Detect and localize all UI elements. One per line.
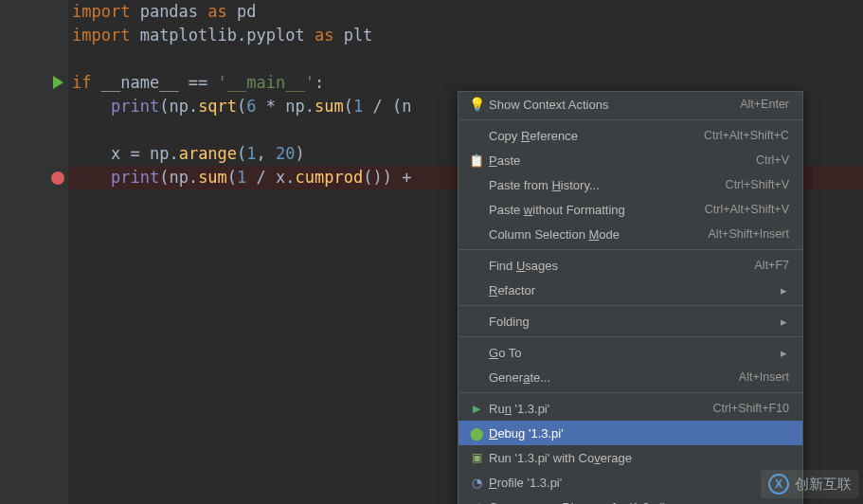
menu-item-label: Go To	[487, 346, 781, 360]
menu-separator	[458, 336, 802, 337]
menu-item-label: Generate...	[487, 370, 739, 385]
menu-item-label: Profile '1.3.pi'	[487, 476, 789, 490]
gutter-line	[0, 118, 34, 142]
menu-separator	[458, 392, 802, 393]
watermark-badge-icon: X	[768, 474, 789, 495]
gutter-line	[0, 47, 34, 71]
menu-item-shortcut: Ctrl+Alt+Shift+C	[704, 129, 789, 142]
menu-item[interactable]: 💡Show Context ActionsAlt+Enter	[458, 92, 802, 117]
menu-item[interactable]: ▶Run '1.3.pi'Ctrl+Shift+F10	[458, 396, 802, 421]
menu-item-label: Folding	[487, 315, 781, 329]
menu-item[interactable]: ◔Profile '1.3.pi'	[458, 470, 802, 495]
profile-icon: ◔	[472, 476, 482, 490]
menu-item[interactable]: Find UsagesAlt+F7	[458, 253, 802, 278]
code-line[interactable]: import matplotlib.pyplot as plt	[68, 24, 863, 47]
menu-item[interactable]: Go To▸	[458, 340, 802, 365]
menu-item-shortcut: Ctrl+Shift+V	[726, 178, 789, 191]
menu-item-label: Show Context Actions	[487, 98, 740, 112]
submenu-arrow-icon: ▸	[781, 283, 789, 297]
gutter-line	[0, 71, 34, 95]
run-icon: ▶	[473, 403, 480, 415]
menu-separator	[458, 305, 802, 306]
submenu-arrow-icon: ▸	[781, 315, 789, 329]
menu-item-label: Paste without Formatting	[487, 203, 705, 217]
menu-item[interactable]: Paste without FormattingCtrl+Alt+Shift+V	[458, 197, 802, 222]
menu-item-label: Concurrency Diagram for '1.3.pi'	[487, 500, 789, 505]
menu-item-label: Refactor	[487, 283, 781, 297]
menu-separator	[458, 249, 802, 250]
menu-item-label: Paste from History...	[487, 178, 726, 192]
menu-item-label: Run '1.3.pi'	[487, 402, 712, 416]
menu-item-shortcut: Alt+Shift+Insert	[709, 227, 789, 241]
menu-item-shortcut: Ctrl+V	[756, 153, 789, 167]
menu-item-label: Run '1.3.pi' with Coverage	[487, 451, 789, 465]
menu-separator	[458, 119, 802, 120]
watermark-text: 创新互联	[795, 476, 852, 494]
gutter-line	[0, 166, 34, 189]
menu-item[interactable]: 📋PasteCtrl+V	[458, 148, 802, 172]
bug-icon: ⬤	[470, 426, 484, 441]
breakpoint-icon[interactable]	[49, 170, 66, 187]
watermark: X 创新互联	[761, 470, 859, 498]
menu-item[interactable]: ⬤Debug '1.3.pi'	[458, 421, 802, 445]
menu-item-label: Paste	[487, 153, 756, 168]
marker-column	[47, 0, 68, 504]
menu-item-label: Find Usages	[487, 259, 755, 273]
gutter-line	[0, 95, 34, 118]
code-line[interactable]: import pandas as pd	[68, 0, 863, 24]
context-menu[interactable]: 💡Show Context ActionsAlt+EnterCopy Refer…	[458, 91, 803, 504]
gutter-line	[0, 142, 34, 166]
menu-item-shortcut: Alt+Enter	[740, 98, 789, 111]
code-line[interactable]	[68, 47, 863, 71]
menu-item[interactable]: Copy ReferenceCtrl+Alt+Shift+C	[458, 123, 802, 148]
gutter	[0, 0, 47, 504]
menu-item[interactable]: ▣Run '1.3.pi' with Coverage	[458, 445, 802, 470]
menu-item-shortcut: Ctrl+Alt+Shift+V	[705, 203, 789, 216]
menu-item[interactable]: ⇉Concurrency Diagram for '1.3.pi'	[458, 495, 802, 504]
menu-item-shortcut: Alt+F7	[755, 259, 789, 272]
coverage-icon: ▣	[472, 451, 482, 464]
gutter-line	[0, 0, 34, 24]
clipboard-icon: 📋	[469, 153, 484, 168]
menu-item-shortcut: Alt+Insert	[739, 370, 789, 384]
menu-item[interactable]: Folding▸	[458, 309, 802, 333]
menu-item-shortcut: Ctrl+Shift+F10	[712, 402, 789, 415]
menu-item-label: Copy Reference	[487, 129, 704, 143]
menu-item-label: Column Selection Mode	[487, 227, 709, 242]
menu-item[interactable]: Paste from History...Ctrl+Shift+V	[458, 172, 802, 197]
menu-item[interactable]: Generate...Alt+Insert	[458, 365, 802, 389]
menu-item[interactable]: Column Selection ModeAlt+Shift+Insert	[458, 222, 802, 246]
menu-item[interactable]: Refactor▸	[458, 278, 802, 302]
concurrency-icon: ⇉	[472, 500, 482, 505]
menu-item-label: Debug '1.3.pi'	[487, 426, 789, 441]
run-gutter-icon[interactable]	[49, 74, 66, 91]
gutter-line	[0, 24, 34, 47]
bulb-icon: 💡	[469, 97, 485, 112]
submenu-arrow-icon: ▸	[781, 346, 789, 360]
